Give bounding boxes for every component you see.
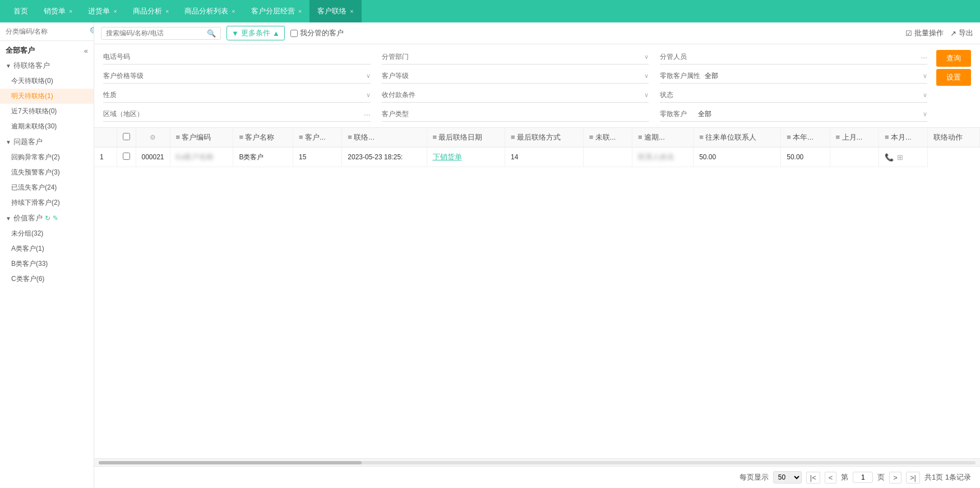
sidebar-item-c-class[interactable]: C类客户(6) xyxy=(0,271,94,287)
col-settings[interactable]: ⚙ xyxy=(136,128,170,148)
sidebar-all-customers[interactable]: 全部客户 « xyxy=(0,41,94,58)
page-input[interactable] xyxy=(853,472,873,483)
sidebar-item-declining[interactable]: 持续下滑客户(2) xyxy=(0,195,94,210)
sidebar-group-value[interactable]: ▼ 价值客户 ↻ ✎ xyxy=(0,210,94,226)
row-checkbox[interactable] xyxy=(123,153,130,160)
edit-icon[interactable]: ✎ xyxy=(53,214,58,222)
toolbar: 🔍 ▼ 更多条件 ▲ 我分管的客户 ☑ 批量操作 ↗ 导出 xyxy=(94,22,980,44)
nav-item-sales[interactable]: 销货单 × xyxy=(36,0,80,22)
filter-dept[interactable]: 分管部门 ∨ xyxy=(382,50,649,65)
nav-item-product-analysis-list[interactable]: 商品分析列表 × xyxy=(177,0,243,22)
chevron-down-icon[interactable]: ∨ xyxy=(644,53,649,61)
more-filter-button[interactable]: ▼ 更多条件 ▲ xyxy=(226,26,285,40)
sidebar-search-bar[interactable]: 🔍 xyxy=(0,22,94,41)
sidebar-item-churn-warning[interactable]: 流失预警客户(3) xyxy=(0,165,94,180)
sidebar-item-7days[interactable]: 近7天待联络(0) xyxy=(0,104,94,119)
my-customers-input[interactable] xyxy=(290,30,298,37)
query-button[interactable]: 查询 xyxy=(936,50,971,67)
filter-status[interactable]: 状态 ∨ xyxy=(660,88,927,103)
sidebar-group-pending[interactable]: ▼ 待联络客户 xyxy=(0,58,94,73)
close-icon[interactable]: × xyxy=(165,8,169,15)
filter-payment[interactable]: 收付款条件 ∨ xyxy=(382,88,649,103)
cell-code: 000021 xyxy=(136,148,170,167)
export-button[interactable]: ↗ 导出 xyxy=(950,28,973,38)
chevron-down-icon[interactable]: ∨ xyxy=(923,91,927,99)
cell-checkbox[interactable] xyxy=(117,148,136,167)
cell-no: 1 xyxy=(94,148,117,167)
chevron-down-icon[interactable]: ∨ xyxy=(366,72,371,80)
my-customers-checkbox[interactable]: 我分管的客户 xyxy=(290,28,344,38)
search-icon[interactable]: 🔍 xyxy=(90,27,94,36)
filter-customer-type[interactable]: 客户类型 xyxy=(382,107,649,122)
close-icon[interactable]: × xyxy=(232,8,235,15)
more-icon[interactable]: ··· xyxy=(921,53,927,62)
select-all-checkbox[interactable] xyxy=(123,133,130,140)
chevron-down-icon[interactable]: ∨ xyxy=(366,91,371,99)
horizontal-scrollbar[interactable] xyxy=(94,458,980,466)
col-contact: ≡ 联络... xyxy=(342,128,427,148)
close-icon[interactable]: × xyxy=(113,8,117,15)
filter-nature[interactable]: 性质 ∨ xyxy=(103,88,371,103)
last-page-button[interactable]: >| xyxy=(906,472,920,484)
cell-name: Ea客户名称 xyxy=(170,148,233,167)
chevron-down-icon: ▼ xyxy=(6,63,11,69)
chevron-down-icon[interactable]: ∨ xyxy=(644,91,649,99)
chevron-down-icon: ▼ xyxy=(6,139,11,145)
close-icon[interactable]: × xyxy=(298,8,302,15)
filter-customer-level[interactable]: 客户等级 ∨ xyxy=(382,69,649,84)
sidebar-item-overdue[interactable]: 逾期未联络(30) xyxy=(0,119,94,134)
scrollbar-thumb[interactable] xyxy=(99,461,362,464)
sidebar-item-a-class[interactable]: A类客户(1) xyxy=(0,241,94,256)
filter-price-level[interactable]: 客户价格等级 ∨ xyxy=(103,69,371,84)
toolbar-search[interactable]: 🔍 xyxy=(101,27,221,40)
sidebar-group-problem[interactable]: ▼ 问题客户 xyxy=(0,134,94,150)
filter-region[interactable]: 区域（地区） ··· xyxy=(103,107,371,122)
filter-phone[interactable]: 电话号码 xyxy=(103,50,371,65)
more-icon[interactable]: ··· xyxy=(364,110,371,119)
chevron-down-icon[interactable]: ∨ xyxy=(644,72,649,80)
sidebar-item-churned[interactable]: 已流失客户(24) xyxy=(0,180,94,195)
nav-item-customer-stratify[interactable]: 客户分层经营 × xyxy=(243,0,309,22)
per-page-select[interactable]: 50 100 200 xyxy=(773,471,802,484)
close-icon[interactable]: × xyxy=(69,8,72,15)
filter-scatter-customer[interactable]: 零散客户 全部 ∨ xyxy=(660,107,927,122)
col-overdue: ≡ 逾期... xyxy=(632,128,694,148)
main-layout: 🔍 全部客户 « ▼ 待联络客户 今天待联络(0) 明天待联络(1) 近7天待联… xyxy=(0,22,980,488)
cell-type: B类客户 xyxy=(233,148,293,167)
prev-page-button[interactable]: < xyxy=(825,472,837,484)
nav-item-product-analysis[interactable]: 商品分析 × xyxy=(125,0,177,22)
cell-overdue xyxy=(583,148,632,167)
sidebar-item-tomorrow[interactable]: 明天待联络(1) xyxy=(0,89,94,104)
chevron-down-icon[interactable]: ∨ xyxy=(923,72,927,80)
nav-item-customer-contact[interactable]: 客户联络 × xyxy=(309,0,361,22)
cell-last-method[interactable]: 下销货单 xyxy=(427,148,505,167)
col-this-month: ≡ 本月... xyxy=(879,128,927,148)
scrollbar-track[interactable] xyxy=(99,461,976,464)
grid-icon[interactable]: ⊞ xyxy=(897,153,903,162)
search-icon[interactable]: 🔍 xyxy=(207,29,216,38)
phone-icon[interactable]: 📞 xyxy=(885,153,894,162)
batch-op-button[interactable]: ☑ 批量操作 xyxy=(905,28,944,38)
table-container: ⚙ ≡ 客户编码 ≡ 客户名称 ≡ 客户... xyxy=(94,128,980,458)
chevron-down-icon[interactable]: ∨ xyxy=(923,111,927,118)
refresh-icon[interactable]: ↻ xyxy=(45,214,50,222)
sidebar-item-abnormal[interactable]: 回购异常客户(2) xyxy=(0,150,94,165)
toolbar-right: ☑ 批量操作 ↗ 导出 xyxy=(905,28,973,38)
nav-item-purchase[interactable]: 进货单 × xyxy=(80,0,124,22)
sidebar-item-b-class[interactable]: B类客户(33) xyxy=(0,256,94,271)
sidebar-item-today[interactable]: 今天待联络(0) xyxy=(0,73,94,89)
close-icon[interactable]: × xyxy=(350,8,353,15)
filter-person[interactable]: 分管人员 ··· xyxy=(660,50,927,65)
search-input[interactable] xyxy=(106,29,207,37)
chevron-up-icon: ▲ xyxy=(272,29,280,38)
nav-home[interactable]: 首页 xyxy=(6,0,36,22)
last-method-link[interactable]: 下销货单 xyxy=(433,153,462,161)
sidebar-item-ungrouped[interactable]: 未分组(32) xyxy=(0,226,94,241)
next-page-button[interactable]: > xyxy=(889,472,902,484)
cell-last-date: 2023-05-23 18:25: xyxy=(342,148,427,167)
first-page-button[interactable]: |< xyxy=(806,472,820,484)
set-button[interactable]: 设置 xyxy=(936,69,971,86)
collapse-icon[interactable]: « xyxy=(84,47,88,55)
sidebar-search-input[interactable] xyxy=(6,27,90,35)
filter-scatter-attr[interactable]: 零散客户属性 全部 ∨ xyxy=(660,69,927,84)
